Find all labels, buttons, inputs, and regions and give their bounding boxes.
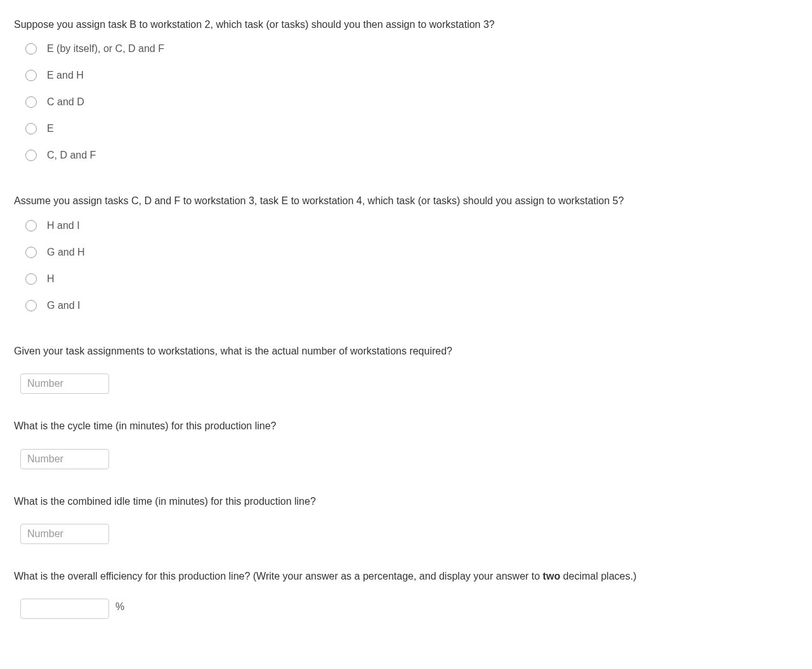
question-3-prompt: Given your task assignments to workstati… (14, 344, 798, 358)
option-label: G and H (47, 247, 85, 258)
radio-icon[interactable] (25, 273, 37, 285)
q5-input[interactable] (20, 524, 109, 544)
q4-input[interactable] (20, 449, 109, 469)
q2-option-2[interactable]: H (25, 273, 798, 285)
option-label: E (by itself), or C, D and F (47, 43, 164, 55)
radio-icon[interactable] (25, 150, 37, 161)
q6-unit: % (115, 601, 124, 613)
q1-option-0[interactable]: E (by itself), or C, D and F (25, 43, 798, 55)
question-5: What is the combined idle time (in minut… (14, 495, 798, 544)
option-label: E (47, 123, 54, 134)
q1-option-1[interactable]: E and H (25, 70, 798, 81)
q2-option-1[interactable]: G and H (25, 247, 798, 258)
option-label: H (47, 273, 55, 285)
question-3: Given your task assignments to workstati… (14, 344, 798, 394)
question-2-prompt: Assume you assign tasks C, D and F to wo… (14, 194, 798, 208)
q6-prompt-bold: two (543, 571, 561, 581)
question-1-prompt: Suppose you assign task B to workstation… (14, 18, 798, 32)
q3-input[interactable] (20, 373, 109, 394)
q6-prompt-part1: What is the overall efficiency for this … (14, 571, 543, 581)
q6-input-row: % (14, 595, 798, 619)
option-label: C and D (47, 96, 84, 108)
question-4-prompt: What is the cycle time (in minutes) for … (14, 419, 798, 433)
q2-option-0[interactable]: H and I (25, 220, 798, 231)
q6-input[interactable] (20, 599, 109, 619)
radio-icon[interactable] (25, 220, 37, 231)
question-1: Suppose you assign task B to workstation… (14, 18, 798, 161)
question-5-prompt: What is the combined idle time (in minut… (14, 495, 798, 509)
question-6-prompt: What is the overall efficiency for this … (14, 569, 798, 583)
radio-icon[interactable] (25, 247, 37, 258)
option-label: H and I (47, 220, 80, 231)
question-2: Assume you assign tasks C, D and F to wo… (14, 194, 798, 311)
radio-icon[interactable] (25, 123, 37, 134)
option-label: G and I (47, 300, 80, 311)
q1-option-3[interactable]: E (25, 123, 798, 134)
radio-icon[interactable] (25, 96, 37, 108)
q6-prompt-part2: decimal places.) (560, 571, 636, 581)
q1-option-2[interactable]: C and D (25, 96, 798, 108)
option-label: E and H (47, 70, 84, 81)
radio-icon[interactable] (25, 300, 37, 311)
option-label: C, D and F (47, 150, 96, 161)
question-6: What is the overall efficiency for this … (14, 569, 798, 619)
radio-icon[interactable] (25, 43, 37, 55)
q2-option-3[interactable]: G and I (25, 300, 798, 311)
radio-icon[interactable] (25, 70, 37, 81)
q1-option-4[interactable]: C, D and F (25, 150, 798, 161)
question-4: What is the cycle time (in minutes) for … (14, 419, 798, 469)
